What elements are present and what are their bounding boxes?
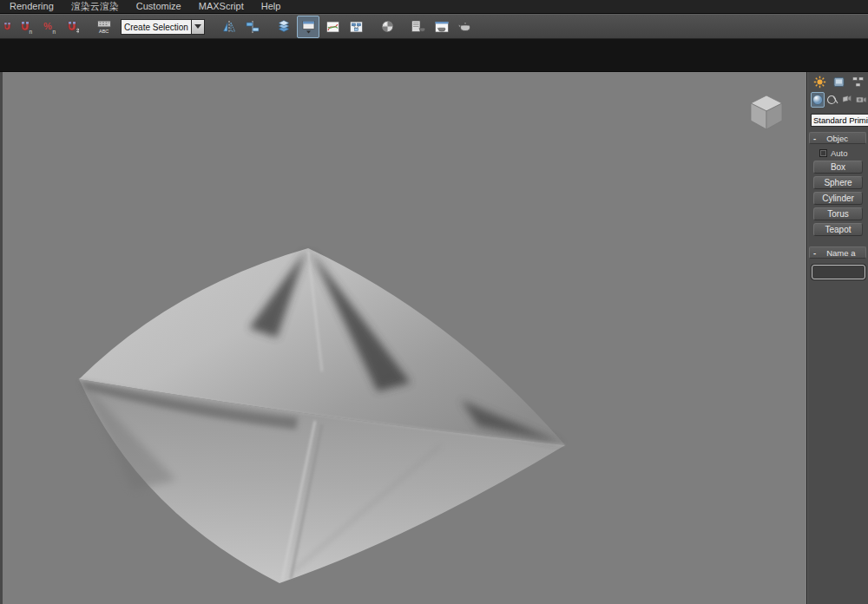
main-area: Standard Primiti - Objec Auto Box Sphere… (0, 72, 868, 604)
category-lights[interactable] (840, 92, 852, 108)
snaps-toggle-button[interactable] (2, 16, 13, 37)
menu-rendering[interactable]: Rendering (1, 0, 62, 13)
modify-tab-icon (832, 76, 845, 89)
rendered-frame-icon (434, 20, 450, 34)
render-setup-button[interactable] (408, 16, 429, 37)
menu-customize[interactable]: Customize (128, 0, 190, 13)
category-shapes[interactable] (826, 92, 838, 108)
material-editor-button[interactable] (377, 16, 398, 37)
svg-text:n: n (53, 28, 56, 34)
primitive-button-teapot[interactable]: Teapot (813, 223, 863, 236)
shapes-icon (826, 94, 838, 106)
align-button[interactable] (242, 16, 263, 37)
collapse-icon: - (813, 248, 816, 258)
schematic-view-icon (349, 20, 364, 34)
menu-help[interactable]: Help (253, 0, 290, 13)
collapse-icon: - (813, 134, 816, 143)
primitive-button-cylinder[interactable]: Cylinder (813, 192, 863, 205)
schematic-view-button[interactable] (345, 16, 366, 37)
lights-icon (840, 94, 852, 106)
svg-text:%: % (43, 21, 52, 31)
selection-set-value[interactable]: Create Selection Se (121, 19, 192, 35)
hierarchy-tab-icon (852, 76, 865, 89)
perspective-viewport[interactable] (0, 72, 806, 604)
curve-editor-icon (326, 20, 340, 34)
3dsmax-window: Rendering 渲染云渲染 Customize MAXScript Help… (0, 0, 868, 604)
rendered-frame-button[interactable] (431, 16, 452, 37)
canopy-object[interactable] (79, 248, 565, 583)
primitive-button-sphere[interactable]: Sphere (813, 176, 863, 189)
autogrid-checkbox[interactable]: Auto (819, 148, 868, 158)
magnet-icon (2, 20, 13, 34)
spinner-snap-button[interactable] (62, 16, 83, 37)
layers-icon (276, 19, 292, 34)
category-geometry[interactable] (811, 92, 825, 108)
mirror-button[interactable] (219, 16, 240, 37)
chevron-down-icon (194, 24, 201, 29)
ribbon-window-icon (301, 19, 316, 34)
create-category-row (807, 90, 868, 108)
svg-text:ABC: ABC (99, 29, 108, 34)
tab-create[interactable] (811, 74, 828, 89)
keyboard-icon: ABC (96, 19, 112, 34)
selection-set-dropdown-button[interactable] (192, 19, 205, 35)
viewport-top-band (0, 39, 868, 72)
create-tab-icon (813, 76, 826, 89)
primitive-button-torus[interactable]: Torus (813, 207, 863, 220)
align-icon (245, 20, 260, 34)
object-name-field[interactable] (812, 265, 865, 279)
menu-cloud-render[interactable]: 渲染云渲染 (62, 0, 128, 15)
mirror-icon (221, 20, 237, 34)
checkbox-icon[interactable] (819, 149, 827, 157)
magnet-angle-icon: n (19, 20, 33, 34)
menu-maxscript[interactable]: MAXScript (190, 0, 253, 13)
render-setup-icon (411, 19, 426, 34)
material-sphere-icon (380, 19, 395, 34)
category-cameras[interactable] (855, 92, 867, 108)
command-panel: Standard Primiti - Objec Auto Box Sphere… (806, 72, 868, 604)
primitive-button-box[interactable]: Box (813, 161, 863, 174)
magnet-spinner-icon (66, 20, 80, 34)
primitive-type-value[interactable]: Standard Primiti (811, 114, 868, 127)
svg-text:n: n (30, 28, 33, 34)
main-toolbar: n % n ABC Create (0, 14, 868, 39)
cameras-icon (855, 94, 867, 106)
primitive-type-dropdown[interactable]: Standard Primiti (811, 114, 868, 127)
tab-hierarchy[interactable] (850, 74, 867, 89)
teapot-icon (457, 19, 473, 34)
autogrid-label: Auto (831, 148, 848, 158)
tab-modify[interactable] (830, 74, 847, 89)
viewport-canvas (3, 72, 806, 604)
view-cube[interactable] (751, 95, 782, 129)
keyboard-override-button[interactable]: ABC (94, 16, 115, 37)
percent-snap-button[interactable]: % n (39, 16, 60, 37)
ribbon-toggle-button[interactable] (297, 16, 319, 38)
menu-bar: Rendering 渲染云渲染 Customize MAXScript Help (0, 0, 868, 14)
command-panel-tabs (807, 72, 868, 90)
rollout-title: Name a (826, 248, 855, 258)
geometry-sphere-icon (812, 94, 824, 106)
render-production-button[interactable] (455, 16, 476, 37)
layer-manager-button[interactable] (273, 16, 294, 37)
rollout-title: Objec (826, 134, 848, 143)
percent-icon: % n (43, 20, 56, 34)
name-color-rollout-header[interactable]: - Name a (809, 246, 866, 259)
angle-snap-button[interactable]: n (16, 16, 36, 37)
curve-editor-button[interactable] (322, 16, 343, 37)
object-type-rollout-header[interactable]: - Objec (809, 132, 866, 144)
named-selection-set-combobox[interactable]: Create Selection Se (121, 19, 205, 35)
